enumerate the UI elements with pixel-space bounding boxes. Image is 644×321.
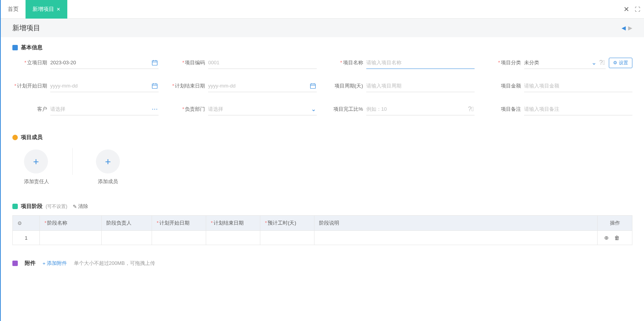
col-desc: 阶段说明: [314, 216, 598, 231]
section-members-title: 项目成员: [21, 134, 43, 141]
col-settings[interactable]: ⚙: [13, 216, 40, 231]
tab-new-project[interactable]: 新增项目 ✕: [26, 0, 67, 19]
calendar-icon[interactable]: [152, 60, 158, 66]
col-ops: 操作: [598, 216, 632, 231]
page-next-icon[interactable]: ▶: [628, 25, 632, 31]
add-owner-button[interactable]: + 添加责任人: [24, 149, 49, 185]
date-input[interactable]: 2023-03-20: [50, 57, 159, 69]
row-index: 1: [13, 231, 40, 245]
col-hours: *预计工时(天): [260, 216, 314, 231]
name-input[interactable]: [366, 57, 475, 69]
section-members-icon: [12, 135, 18, 140]
cell-hours[interactable]: [260, 231, 314, 245]
label-plan-end: 计划结束日期: [175, 83, 205, 89]
plus-icon: +: [105, 156, 111, 168]
svg-rect-0: [152, 60, 157, 65]
clear-button[interactable]: ✎ 清除: [73, 203, 88, 210]
calendar-icon[interactable]: [152, 83, 158, 89]
label-remark: 项目备注: [501, 106, 521, 112]
label-dept: 负责部门: [185, 106, 205, 112]
section-phases: 项目阶段 (可不设置) ✎ 清除 ⚙ *阶段名称 阶段负责人 *计划开始日期 *…: [12, 196, 632, 245]
cell-owner[interactable]: [102, 231, 152, 245]
page-title: 新增项目: [12, 23, 40, 33]
divider: [72, 148, 73, 175]
period-input[interactable]: [366, 80, 475, 92]
label-date: 立项日期: [27, 60, 47, 65]
label-amount: 项目金额: [501, 83, 521, 89]
tab-home[interactable]: 首页: [1, 0, 26, 19]
settings-button[interactable]: ⚙ 设置: [609, 58, 632, 68]
amount-input[interactable]: [524, 80, 632, 92]
remark-input[interactable]: [524, 103, 632, 115]
section-basic-title: 基本信息: [21, 44, 43, 51]
section-basic-icon: [12, 45, 18, 50]
fullscreen-icon[interactable]: ⛶: [635, 6, 640, 12]
dept-select[interactable]: ⌄: [208, 103, 316, 115]
delete-row-icon[interactable]: 🗑: [614, 235, 620, 241]
attachment-hint: 单个大小不超过200MB，可拖拽上传: [74, 260, 155, 267]
pager: ◀ ▶: [622, 25, 632, 31]
col-end: *计划结束日期: [206, 216, 260, 231]
label-code: 项目编码: [185, 60, 205, 65]
chevron-down-icon[interactable]: ⌄: [311, 105, 316, 113]
plus-icon: +: [33, 156, 39, 168]
svg-rect-4: [152, 84, 157, 88]
chevron-down-icon[interactable]: ⌄: [591, 59, 596, 66]
cell-start[interactable]: [152, 231, 206, 245]
label-plan-start: 计划开始日期: [17, 83, 47, 89]
col-start: *计划开始日期: [152, 216, 206, 231]
table-row[interactable]: 1 ⊕ 🗑: [13, 231, 632, 245]
label-progress: 项目完工比%: [333, 106, 363, 112]
progress-input[interactable]: ?⃝: [366, 103, 475, 115]
help-icon[interactable]: ?⃝: [468, 106, 474, 113]
col-name: *阶段名称: [40, 216, 102, 231]
cell-name[interactable]: [40, 231, 102, 245]
section-phases-title: 项目阶段: [21, 203, 43, 210]
category-select[interactable]: 未分类 ⌄ ?⃝: [524, 57, 606, 69]
help-icon[interactable]: ?⃝: [599, 59, 605, 66]
section-attachments-title: 附件: [25, 260, 36, 267]
plus-icon: +: [43, 261, 46, 266]
eraser-icon: ✎: [73, 204, 77, 209]
label-category: 项目分类: [501, 60, 521, 65]
phase-table: ⚙ *阶段名称 阶段负责人 *计划开始日期 *计划结束日期 *预计工时(天) 阶…: [12, 215, 632, 245]
cell-desc[interactable]: [314, 231, 598, 245]
gear-icon: ⚙: [613, 60, 617, 65]
close-icon[interactable]: ✕: [56, 7, 60, 12]
section-phases-hint: (可不设置): [46, 203, 67, 210]
more-icon[interactable]: ⋯: [152, 105, 158, 113]
folder-icon: [12, 261, 18, 266]
svg-rect-8: [310, 84, 315, 88]
section-basic: 基本信息 *立项日期 2023-03-20 *项目编码 *项目名称: [12, 37, 632, 115]
label-name: 项目名称: [343, 60, 363, 65]
section-phases-icon: [12, 204, 18, 209]
cell-end[interactable]: [206, 231, 260, 245]
close-panel-icon[interactable]: ✕: [624, 5, 629, 14]
section-members: 项目成员 + 添加责任人 + 添加成员: [12, 127, 632, 196]
col-owner: 阶段负责人: [102, 216, 152, 231]
plan-start-input[interactable]: [50, 80, 159, 92]
add-member-button[interactable]: + 添加成员: [96, 149, 120, 185]
page-header: 新增项目 ◀ ▶: [1, 19, 644, 37]
table-header-row: ⚙ *阶段名称 阶段负责人 *计划开始日期 *计划结束日期 *预计工时(天) 阶…: [13, 216, 632, 231]
section-attachments: 附件 + 添加附件 单个大小不超过200MB，可拖拽上传: [12, 245, 632, 275]
code-input[interactable]: [208, 57, 316, 69]
label-period: 项目周期(天): [335, 83, 363, 89]
cell-ops: ⊕ 🗑: [598, 231, 632, 245]
add-row-icon[interactable]: ⊕: [604, 235, 609, 241]
plan-end-input[interactable]: [208, 80, 316, 92]
tabs-bar: 首页 新增项目 ✕ ✕ ⛶: [1, 0, 644, 19]
gear-icon: ⚙: [17, 220, 22, 226]
customer-select[interactable]: ⋯: [50, 103, 159, 115]
page-prev-icon[interactable]: ◀: [622, 25, 626, 31]
label-customer: 客户: [37, 106, 47, 112]
add-attachment-button[interactable]: + 添加附件: [43, 260, 67, 267]
calendar-icon[interactable]: [310, 83, 316, 89]
